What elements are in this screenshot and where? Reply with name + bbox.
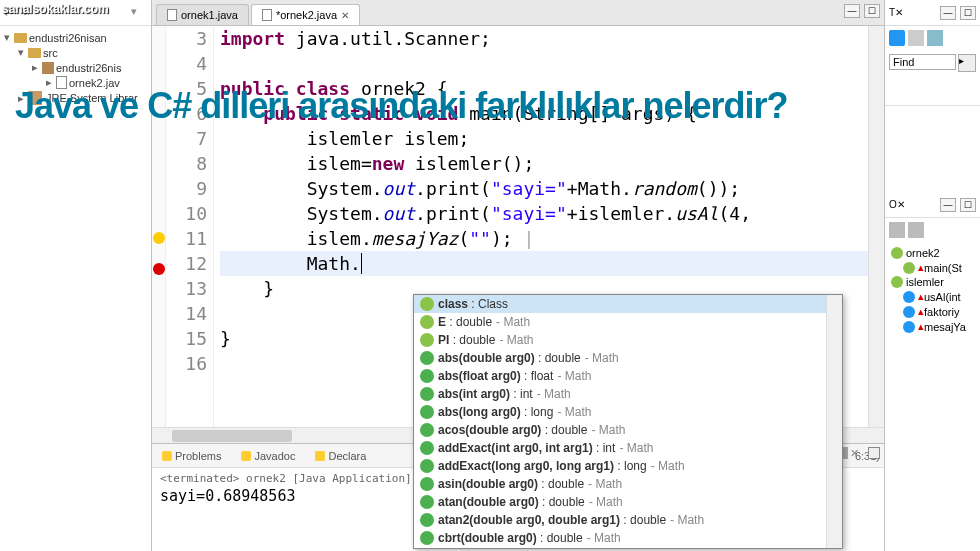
categorize-icon[interactable]	[908, 30, 924, 46]
method-icon	[420, 459, 434, 473]
autocomplete-item[interactable]: abs(float arg0) : float - Math	[414, 367, 826, 385]
field-icon	[420, 333, 434, 347]
package-explorer: ⇄ ⇵ ▾ ▾endustri26nisan▾src▸endustri26nis…	[0, 0, 152, 551]
ol-min-button[interactable]: —	[940, 198, 956, 212]
tree-item[interactable]: ▾src	[2, 45, 149, 60]
autocomplete-item[interactable]: PI : double - Math	[414, 331, 826, 349]
editor-tabs: ornek1.java*ornek2.java✕ — ☐	[152, 0, 884, 26]
outline-header: O✕ — ☐	[885, 192, 980, 218]
autocomplete-item[interactable]: addExact(long arg0, long arg1) : long - …	[414, 457, 826, 475]
bottom-tab[interactable]: Javadoc	[235, 448, 301, 464]
right-panel: T✕ — ☐ ▸ O✕ — ☐ ornek2▴ main(Stislemler▴…	[884, 0, 980, 551]
tl-max-button[interactable]: ☐	[960, 6, 976, 20]
autocomplete-item[interactable]: E : double - Math	[414, 313, 826, 331]
autocomplete-popup[interactable]: class : ClassE : double - MathPI : doubl…	[413, 294, 843, 549]
field-icon	[420, 315, 434, 329]
method-icon	[420, 495, 434, 509]
find-input[interactable]	[889, 54, 956, 70]
method-icon	[420, 423, 434, 437]
method-icon	[420, 531, 434, 545]
new-task-icon[interactable]	[889, 30, 905, 46]
task-list-label: T✕	[889, 7, 903, 18]
autocomplete-item[interactable]: atan(double arg0) : double - Math	[414, 493, 826, 511]
method-icon	[420, 441, 434, 455]
sync-icon[interactable]	[927, 30, 943, 46]
method-icon	[420, 387, 434, 401]
clear-console-icon[interactable]: ✕	[850, 447, 866, 463]
autocomplete-item[interactable]: class : Class	[414, 295, 826, 313]
open-console-icon[interactable]	[868, 447, 880, 459]
bottom-tab[interactable]: Problems	[156, 448, 227, 464]
view-menu-icon[interactable]: ▾	[131, 5, 147, 21]
tl-min-button[interactable]: —	[940, 6, 956, 20]
ol-max-button[interactable]: ☐	[960, 198, 976, 212]
autocomplete-item[interactable]: abs(int arg0) : int - Math	[414, 385, 826, 403]
bottom-tab[interactable]: Declara	[309, 448, 372, 464]
outline-toolbar	[885, 218, 980, 242]
close-tab-icon[interactable]: ✕	[341, 10, 349, 21]
outline-item[interactable]: ▴ mesajYa	[887, 319, 978, 334]
method-icon	[420, 477, 434, 491]
method-icon	[420, 405, 434, 419]
minimize-button[interactable]: —	[844, 4, 860, 18]
autocomplete-item[interactable]: abs(double arg0) : double - Math	[414, 349, 826, 367]
outline-item[interactable]: islemler	[887, 275, 978, 289]
overlay-title: Java ve C# dilleri arasındaki farklılıkl…	[15, 85, 970, 127]
sort-icon[interactable]	[889, 222, 905, 238]
method-icon	[420, 351, 434, 365]
filter-icon[interactable]	[908, 222, 924, 238]
task-list-header: T✕ — ☐	[885, 0, 980, 26]
find-button[interactable]: ▸	[958, 54, 976, 72]
watermark: sanalsokaklar.com	[2, 2, 109, 16]
tree-item[interactable]: ▾endustri26nisan	[2, 30, 149, 45]
autocomplete-item[interactable]: atan2(double arg0, double arg1) : double…	[414, 511, 826, 529]
outline-label: O✕	[889, 199, 905, 210]
autocomplete-item[interactable]: abs(long arg0) : long - Math	[414, 403, 826, 421]
outline-view[interactable]: ornek2▴ main(Stislemler▴ usAl(int▴ fakto…	[885, 242, 980, 551]
outline-item[interactable]: ▴ main(St	[887, 260, 978, 275]
warning-marker-icon[interactable]	[153, 232, 165, 244]
outline-item[interactable]: ▴ usAl(int	[887, 289, 978, 304]
tree-item[interactable]: ▸endustri26nis	[2, 60, 149, 75]
outline-item[interactable]: ▴ faktoriy	[887, 304, 978, 319]
outline-item[interactable]: ornek2	[887, 246, 978, 260]
autocomplete-item[interactable]: cbrt(double arg0) : double - Math	[414, 529, 826, 547]
field-icon	[420, 297, 434, 311]
autocomplete-item[interactable]: addExact(int arg0, int arg1) : int - Mat…	[414, 439, 826, 457]
editor-tab[interactable]: ornek1.java	[156, 4, 249, 25]
tasklist-toolbar	[885, 26, 980, 50]
method-icon	[420, 369, 434, 383]
maximize-button[interactable]: ☐	[864, 4, 880, 18]
autocomplete-item[interactable]: asin(double arg0) : double - Math	[414, 475, 826, 493]
method-icon	[420, 513, 434, 527]
error-marker-icon[interactable]	[153, 263, 165, 275]
editor-tab[interactable]: *ornek2.java✕	[251, 4, 360, 25]
autocomplete-scrollbar[interactable]	[826, 295, 842, 548]
autocomplete-item[interactable]: acos(double arg0) : double - Math	[414, 421, 826, 439]
